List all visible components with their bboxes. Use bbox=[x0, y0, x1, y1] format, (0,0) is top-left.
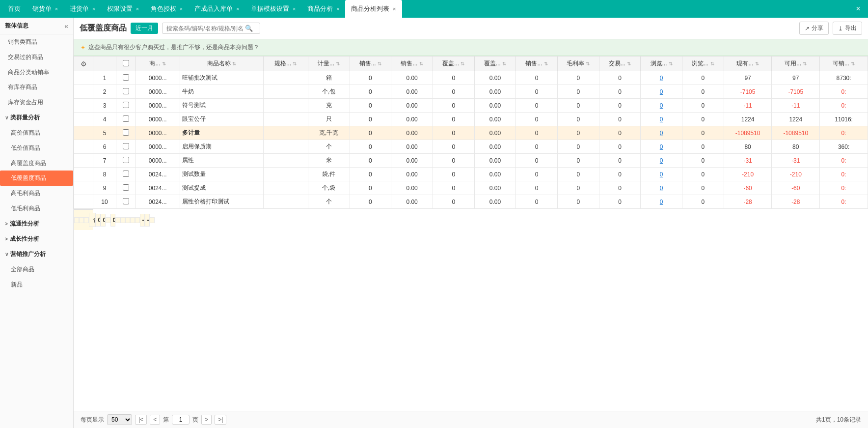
sidebar-item-with-stock[interactable]: 有库存商品 bbox=[0, 80, 73, 95]
sidebar-item-low-coverage[interactable]: 低覆盖度商品 bbox=[0, 171, 73, 186]
tab-analysis[interactable]: 商品分析 × bbox=[301, 0, 345, 18]
sidebar-item-low-value[interactable]: 低价值商品 bbox=[0, 141, 73, 156]
total-sellable bbox=[150, 217, 155, 223]
col-name[interactable]: 商品名称 ⇅ bbox=[180, 57, 263, 71]
table-cell bbox=[116, 140, 135, 154]
col-current[interactable]: 现有... ⇅ bbox=[724, 57, 772, 71]
table-cell: 0: bbox=[820, 181, 868, 195]
col-sales3[interactable]: 销售... ⇅ bbox=[516, 57, 558, 71]
row-checkbox[interactable] bbox=[123, 74, 129, 81]
table-cell bbox=[116, 154, 135, 168]
table-cell: 1224 bbox=[724, 113, 772, 126]
prev-page-button[interactable]: < bbox=[150, 415, 160, 425]
table-row: 50000...多计量克,千克00.0000.0000000-1089510-1… bbox=[74, 126, 868, 140]
col-gross[interactable]: 毛利率 ⇅ bbox=[557, 57, 599, 71]
table-cell: 0 bbox=[516, 181, 558, 195]
sidebar-section-liquidity-label: 流通性分析 bbox=[10, 220, 39, 228]
close-icon[interactable]: × bbox=[136, 6, 139, 12]
close-icon[interactable]: × bbox=[55, 6, 58, 12]
close-icon[interactable]: × bbox=[92, 6, 95, 12]
col-cover1[interactable]: 覆盖... ⇅ bbox=[433, 57, 474, 71]
tab-sales[interactable]: 销货单 × bbox=[27, 0, 64, 18]
table-cell: 0000... bbox=[136, 113, 180, 126]
table-row: 100024...属性价格打印测试个00.0000.0000000-28-280… bbox=[74, 195, 868, 209]
table-cell: 0 bbox=[682, 113, 724, 126]
page-input[interactable] bbox=[172, 415, 190, 425]
sidebar-item-category-rate[interactable]: 商品分类动销率 bbox=[0, 65, 73, 80]
first-page-button[interactable]: |< bbox=[135, 415, 147, 425]
tab-analysis-list[interactable]: 商品分析列表 × bbox=[345, 0, 402, 18]
col-sellable[interactable]: 可销... ⇅ bbox=[820, 57, 868, 71]
row-checkbox[interactable] bbox=[123, 102, 129, 108]
row-checkbox[interactable] bbox=[123, 129, 129, 136]
col-avail[interactable]: 可用... ⇅ bbox=[772, 57, 820, 71]
search-input[interactable] bbox=[166, 25, 245, 32]
table-cell bbox=[116, 126, 135, 140]
table-cell: 3 bbox=[93, 99, 116, 113]
sidebar-section-marketing[interactable]: ∨ 营销推广分析 bbox=[0, 247, 73, 262]
close-icon[interactable]: × bbox=[180, 6, 183, 12]
row-checkbox[interactable] bbox=[123, 157, 129, 163]
table-cell: 0 bbox=[350, 154, 391, 168]
col-settings[interactable]: ⚙ bbox=[74, 57, 93, 71]
tab-home[interactable]: 首页 bbox=[2, 0, 27, 18]
sidebar-item-all-goods[interactable]: 全部商品 bbox=[0, 262, 73, 277]
table-cell: 0 bbox=[599, 140, 641, 154]
sidebar-item-new-goods[interactable]: 新品 bbox=[0, 277, 73, 292]
table-cell: 0 bbox=[350, 181, 391, 195]
col-browse2[interactable]: 浏览... ⇅ bbox=[682, 57, 724, 71]
main-layout: 整体信息 « 销售类商品 交易过的商品 商品分类动销率 有库存商品 库存资金占用… bbox=[0, 18, 868, 428]
tab-template[interactable]: 单据模板设置 × bbox=[245, 0, 301, 18]
tab-roles[interactable]: 角色授权 × bbox=[145, 0, 189, 18]
sidebar-section-growth[interactable]: > 成长性分析 bbox=[0, 231, 73, 247]
col-code[interactable]: 商... ⇅ bbox=[136, 57, 180, 71]
sidebar-section-cluster[interactable]: ∨ 类群量分析 bbox=[0, 110, 73, 125]
sidebar-item-traded-goods[interactable]: 交易过的商品 bbox=[0, 50, 73, 65]
table-cell: -31 bbox=[724, 154, 772, 168]
row-checkbox[interactable] bbox=[123, 88, 129, 94]
sidebar-collapse-button[interactable]: « bbox=[64, 22, 68, 30]
tab-production[interactable]: 产成品入库单 × bbox=[189, 0, 245, 18]
col-cover2[interactable]: 覆盖... ⇅ bbox=[474, 57, 516, 71]
close-icon[interactable]: × bbox=[393, 6, 396, 12]
share-button[interactable]: ↗ 分享 bbox=[799, 22, 829, 35]
col-trade[interactable]: 交易... ⇅ bbox=[599, 57, 641, 71]
table-cell: 只 bbox=[308, 113, 350, 126]
sidebar-section-liquidity[interactable]: > 流通性分析 bbox=[0, 216, 73, 231]
col-sales-qty[interactable]: 销售... ⇅ bbox=[350, 57, 391, 71]
page-unit-label: 页 bbox=[192, 416, 198, 424]
tab-permissions[interactable]: 权限设置 × bbox=[101, 0, 145, 18]
col-browse1[interactable]: 浏览... ⇅ bbox=[641, 57, 682, 71]
col-cb[interactable] bbox=[116, 57, 135, 71]
tab-purchase[interactable]: 进货单 × bbox=[64, 0, 101, 18]
row-checkbox[interactable] bbox=[123, 171, 129, 177]
row-checkbox[interactable] bbox=[123, 143, 129, 149]
sidebar-item-sales-goods[interactable]: 销售类商品 bbox=[0, 34, 73, 50]
sidebar-item-stock-capital[interactable]: 库存资金占用 bbox=[0, 95, 73, 110]
sidebar-item-low-margin[interactable]: 低毛利商品 bbox=[0, 201, 73, 216]
last-page-button[interactable]: >| bbox=[215, 415, 226, 425]
col-spec[interactable]: 规格... ⇅ bbox=[263, 57, 308, 71]
next-page-button[interactable]: > bbox=[201, 415, 212, 425]
search-icon[interactable]: 🔍 bbox=[245, 25, 253, 32]
col-sales-amt[interactable]: 销售... ⇅ bbox=[391, 57, 433, 71]
col-unit[interactable]: 计量... ⇅ bbox=[308, 57, 350, 71]
time-filter-button[interactable]: 近一月 bbox=[131, 23, 158, 34]
export-button[interactable]: ⤓ 导出 bbox=[833, 22, 862, 35]
share-label: 分享 bbox=[812, 24, 823, 32]
select-all-checkbox[interactable] bbox=[123, 60, 129, 66]
sidebar-item-high-value[interactable]: 高价值商品 bbox=[0, 125, 73, 141]
settings-icon[interactable]: ⚙ bbox=[81, 60, 87, 68]
close-icon[interactable]: × bbox=[336, 6, 339, 12]
window-close-button[interactable]: × bbox=[850, 0, 866, 18]
per-page-select[interactable]: 50 10 20 100 bbox=[107, 414, 132, 425]
sidebar-item-high-margin[interactable]: 高毛利商品 bbox=[0, 186, 73, 201]
row-checkbox[interactable] bbox=[123, 198, 129, 204]
sidebar-item-high-coverage[interactable]: 高覆盖度商品 bbox=[0, 156, 73, 171]
close-icon[interactable]: × bbox=[293, 6, 296, 12]
row-checkbox[interactable] bbox=[123, 115, 129, 122]
export-label: 导出 bbox=[845, 24, 857, 32]
info-icon: ✦ bbox=[81, 44, 85, 51]
row-checkbox[interactable] bbox=[123, 184, 129, 191]
close-icon[interactable]: × bbox=[236, 6, 239, 12]
